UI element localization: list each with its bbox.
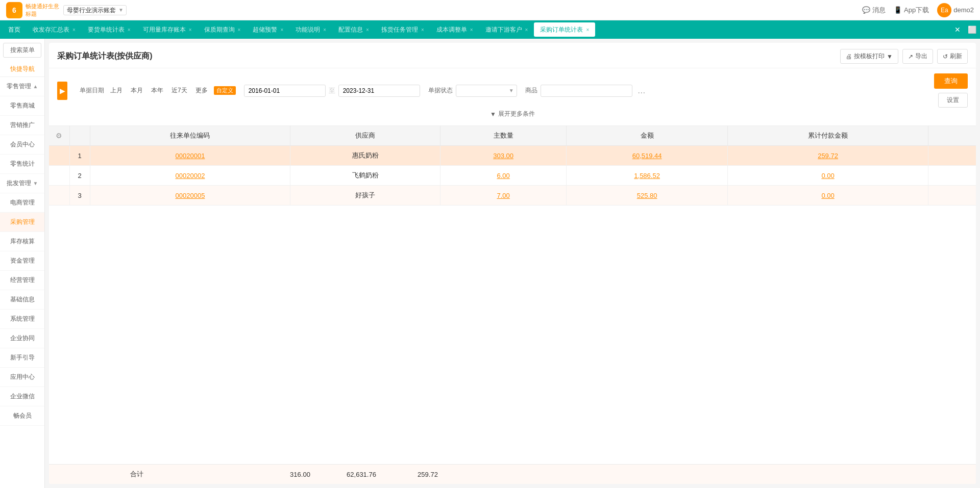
refresh-btn[interactable]: ↺ 刷新 [937,49,968,64]
close-tab-purchase-stats[interactable]: × [128,27,131,33]
sidebar-item-enterprise-collab-label: 企业协同 [10,334,35,343]
sidebar-item-member-center[interactable]: 会员中心 [0,135,44,155]
date-from-input[interactable] [244,85,326,97]
custom-date-badge[interactable]: 自定义 [214,86,236,95]
message-btn[interactable]: 💬 消息 [862,6,886,15]
breadcrumb-select[interactable]: 母婴行业演示账套 [63,5,127,15]
breadcrumb-select-wrapper[interactable]: 母婴行业演示账套 ▼ [63,5,127,15]
expand-down-icon: ▼ [490,111,496,118]
unit-code-link-1[interactable]: 00020001 [176,152,205,160]
close-tab-overstock-warning[interactable]: × [280,27,283,33]
table-body: 1 00020001 惠氏奶粉 303.00 60,519.44 [49,146,976,206]
sidebar-item-basic-info[interactable]: 基础信息 [0,290,44,310]
tab-pick-task[interactable]: 拣货任务管理 × [375,22,430,37]
cell-index-1: 1 [69,146,90,166]
sidebar-item-wholesale-mgmt[interactable]: 批发管理 ▼ [0,174,44,193]
sidebar-item-purchase-mgmt[interactable]: 采购管理 [0,213,44,232]
sidebar-item-finance-mgmt[interactable]: 资金管理 [0,251,44,271]
sidebar-item-ops-mgmt[interactable]: 经营管理 [0,271,44,290]
close-tab-func-desc[interactable]: × [323,27,326,33]
home-tab-label: 首页 [8,25,20,34]
sidebar-item-sys-mgmt[interactable]: 系统管理 [0,310,44,329]
status-select[interactable] [456,85,517,97]
close-tab-expiry-query[interactable]: × [238,27,241,33]
refresh-icon: ↺ [943,53,948,60]
close-tab-purchase-order-stats[interactable]: × [586,27,589,33]
close-tab-pick-task[interactable]: × [421,27,424,33]
sidebar-item-ecommerce-mgmt[interactable]: 电商管理 [0,193,44,213]
paid-link-3[interactable]: 0.00 [821,192,834,199]
query-btn[interactable]: 查询 [934,73,968,89]
close-tab-invite-downstream[interactable]: × [525,27,528,33]
sidebar-item-enterprise-wechat[interactable]: 企业微信 [0,387,44,406]
export-btn[interactable]: ↗ 导出 [902,49,933,64]
close-tab-collect-pay[interactable]: × [72,27,76,33]
cell-amount-3: 525.80 [567,186,728,206]
shortcut-this-month[interactable]: 本月 [128,85,146,96]
filter-toggle-btn[interactable]: ▶ [57,82,67,100]
print-btn[interactable]: 🖨 按模板打印 ▼ [840,49,898,64]
app-download-btn[interactable]: 📱 App下载 [894,6,929,15]
sidebar-item-marketing[interactable]: 营销推广 [0,116,44,135]
tab-expiry-query[interactable]: 保质期查询 × [198,22,247,37]
sidebar-item-retail-store[interactable]: 零售商城 [0,96,44,116]
close-tab-cost-adjust[interactable]: × [470,27,473,33]
goods-more-btn[interactable]: … [635,86,648,95]
sidebar-item-enterprise-collab[interactable]: 企业协同 [0,329,44,348]
close-window-btn[interactable]: ✕ [951,23,964,36]
sidebar-item-new-guide[interactable]: 新手引导 [0,348,44,368]
sidebar-item-vip-member[interactable]: 畅会员 [0,406,44,426]
shortcut-this-year[interactable]: 本年 [148,85,166,96]
sidebar-item-stock-check[interactable]: 库存核算 [0,232,44,251]
table-row[interactable]: 1 00020001 惠氏奶粉 303.00 60,519.44 [49,146,976,166]
amount-link-2[interactable]: 1,586.52 [634,172,660,179]
settings-btn[interactable]: 设置 [938,93,968,108]
logo-icon: 6 [6,2,22,18]
tab-available-stock[interactable]: 可用量库存账本 × [137,22,198,37]
sidebar-item-finance-mgmt-label: 资金管理 [10,256,35,265]
tab-collect-pay[interactable]: 收发存汇总表 × [27,22,82,37]
sidebar-item-app-center[interactable]: 应用中心 [0,368,44,387]
paid-link-1[interactable]: 259.72 [818,152,838,160]
filter-row: ▶ 单据日期 上月 本月 本年 近7天 更多 自定义 [57,73,968,108]
tab-config-info[interactable]: 配置信息 × [332,22,375,37]
user-area[interactable]: Ea demo2 [937,3,974,17]
quick-nav-btn[interactable]: 快捷导航 [0,62,44,77]
unit-code-link-2[interactable]: 00020002 [176,172,205,179]
tab-cost-adjust[interactable]: 成本调整单 × [430,22,479,37]
tab-func-desc[interactable]: 功能说明 × [289,22,332,37]
tab-purchase-order-stats[interactable]: 采购订单统计表 × [534,22,595,37]
unit-code-link-3[interactable]: 00020005 [176,192,205,199]
tab-invite-downstream[interactable]: 邀请下游客户 × [479,22,534,37]
cell-unit-code-3: 00020005 [90,186,290,206]
goods-input[interactable] [541,85,632,97]
col-settings[interactable]: ⚙ [49,126,69,146]
sidebar-item-retail-stats[interactable]: 零售统计 [0,155,44,174]
quantity-link-2[interactable]: 6.00 [497,172,509,179]
tab-home[interactable]: 首页 [2,22,27,37]
avatar: Ea [937,3,951,17]
amount-link-1[interactable]: 60,519.44 [632,152,662,160]
table-row[interactable]: 3 00020005 好孩子 7.00 525.80 [49,186,976,206]
cell-paid-2: 0.00 [728,166,928,186]
tab-overstock-warning[interactable]: 超储预警 × [247,22,289,37]
shortcut-7days[interactable]: 近7天 [168,85,190,96]
expand-window-btn[interactable]: ⬜ [966,23,978,36]
col-settings-icon[interactable]: ⚙ [56,132,62,140]
paid-link-2[interactable]: 0.00 [821,172,834,179]
sidebar-item-retail-mgmt[interactable]: 零售管理 ▲ [0,77,44,96]
amount-link-3[interactable]: 525.80 [637,192,657,199]
tab-purchase-stats[interactable]: 要货单统计表 × [82,22,137,37]
shortcut-more[interactable]: 更多 [192,85,211,96]
status-select-wrapper[interactable]: ▼ [456,85,517,97]
search-menu-btn[interactable]: 搜索菜单 [3,43,41,58]
table-row[interactable]: 2 00020002 飞鹤奶粉 6.00 1,586.52 [49,166,976,186]
config-info-label: 配置信息 [338,25,363,34]
quantity-link-3[interactable]: 7.00 [497,192,509,199]
shortcut-last-month[interactable]: 上月 [107,85,126,96]
quantity-link-1[interactable]: 303.00 [493,152,513,160]
close-tab-config-info[interactable]: × [366,27,369,33]
close-tab-available-stock[interactable]: × [189,27,192,33]
date-to-input[interactable] [338,85,420,97]
expand-more-filters-btn[interactable]: ▼ 展开更多条件 [490,110,535,118]
